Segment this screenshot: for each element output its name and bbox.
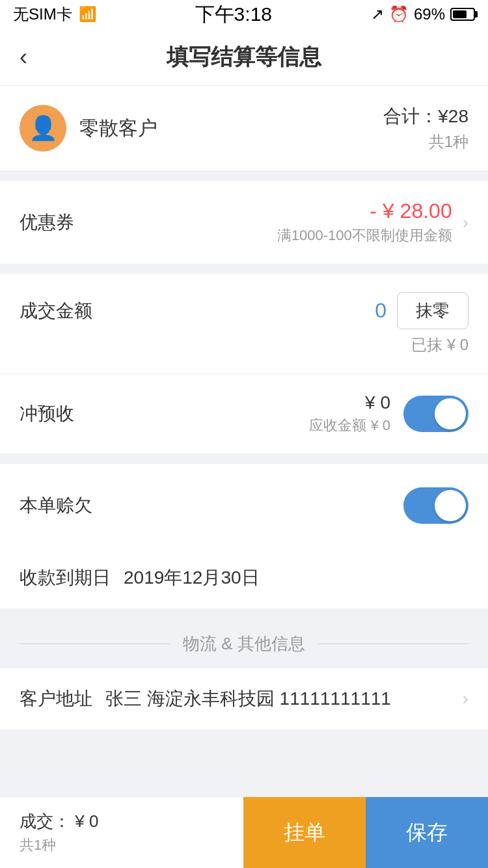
address-value: 张三 海淀永丰科技园 11111111111 (105, 686, 463, 711)
transaction-top: 成交金额 0 抹零 (20, 292, 468, 329)
avatar: 👤 (20, 105, 66, 152)
customer-left: 👤 零散客户 (20, 105, 157, 152)
total-count: 共1种 (383, 131, 468, 152)
transaction-label: 成交金额 (20, 299, 92, 323)
bottom-deal-row: 成交： ¥ 0 (20, 810, 224, 833)
bottom-bar: 成交： ¥ 0 共1种 挂单 保存 (0, 796, 488, 868)
debt-row: 本单赊欠 (0, 464, 488, 547)
nav-bar: ‹ 填写结算等信息 (0, 29, 488, 86)
toggle-knob (435, 398, 466, 429)
chevron-right-icon: › (463, 212, 468, 233)
logistics-header: 物流 & 其他信息 (0, 619, 488, 668)
prepay-row: 冲预收 ¥ 0 应收金额 ¥ 0 (0, 374, 488, 454)
status-time: 下午3:18 (195, 1, 272, 28)
coupon-row[interactable]: 优惠券 - ¥ 28.00 满1000-100不限制使用金额 › (0, 181, 488, 264)
total-amount: 合计：¥28 (383, 104, 468, 129)
save-button[interactable]: 保存 (366, 797, 488, 869)
amount-input-area: 0 抹零 (360, 292, 468, 329)
debt-toggle[interactable] (403, 487, 468, 524)
battery-icon (450, 8, 475, 21)
transaction-bottom: 已抹 ¥ 0 (20, 334, 468, 355)
coupon-value-area: - ¥ 28.00 满1000-100不限制使用金额 (277, 199, 452, 245)
status-right: ↗ ⏰ 69% (371, 5, 475, 23)
discount-desc: 满1000-100不限制使用金额 (277, 226, 452, 245)
prepay-toggle[interactable] (403, 396, 468, 432)
coupon-label: 优惠券 (20, 210, 74, 235)
prepay-amount: ¥ 0 (309, 392, 390, 413)
coupon-card: 优惠券 - ¥ 28.00 满1000-100不限制使用金额 › (0, 181, 488, 264)
address-card: 客户地址 张三 海淀永丰科技园 11111111111 › (0, 668, 488, 729)
status-bar: 无SIM卡 📶 下午3:18 ↗ ⏰ 69% (0, 0, 488, 29)
debt-card: 本单赊欠 收款到期日 2019年12月30日 (0, 464, 488, 609)
bottom-summary: 成交： ¥ 0 共1种 (0, 810, 243, 855)
hold-button[interactable]: 挂单 (243, 797, 366, 869)
address-chevron-icon: › (463, 688, 468, 709)
bottom-count: 共1种 (20, 835, 224, 855)
logistics-label: 物流 & 其他信息 (183, 632, 305, 655)
alarm-icon: ⏰ (389, 5, 409, 23)
logistics-line-right (318, 644, 468, 644)
prepay-label: 冲预收 (20, 401, 74, 426)
due-date-label: 收款到期日 (20, 565, 111, 590)
wifi-icon: 📶 (79, 6, 96, 23)
prepay-value-area: ¥ 0 应收金额 ¥ 0 (309, 392, 390, 435)
logistics-line-left (20, 644, 170, 644)
customer-right: 合计：¥28 共1种 (383, 104, 468, 152)
customer-row: 👤 零散客户 合计：¥28 共1种 (0, 86, 488, 170)
location-icon: ↗ (371, 5, 384, 23)
debt-label: 本单赊欠 (20, 493, 92, 518)
back-button[interactable]: ‹ (20, 44, 27, 71)
carrier-text: 无SIM卡 (13, 4, 72, 25)
address-label: 客户地址 (20, 686, 92, 711)
coupon-right: - ¥ 28.00 满1000-100不限制使用金额 › (277, 199, 468, 245)
bottom-deal-amount: ¥ 0 (75, 811, 98, 831)
status-left: 无SIM卡 📶 (13, 4, 96, 25)
transaction-card: 成交金额 0 抹零 已抹 ¥ 0 冲预收 ¥ 0 应收金额 ¥ 0 (0, 274, 488, 454)
transaction-row: 成交金额 0 抹零 已抹 ¥ 0 (0, 274, 488, 374)
page-title: 填写结算等信息 (167, 42, 321, 72)
round-button[interactable]: 抹零 (397, 292, 468, 329)
customer-name: 零散客户 (79, 115, 157, 142)
prepay-receivable: 应收金额 ¥ 0 (309, 416, 390, 435)
due-date-value: 2019年12月30日 (124, 565, 260, 590)
due-date-row[interactable]: 收款到期日 2019年12月30日 (0, 547, 488, 609)
discount-amount: - ¥ 28.00 (277, 199, 452, 223)
address-row[interactable]: 客户地址 张三 海淀永丰科技园 11111111111 › (0, 668, 488, 729)
battery-percent: 69% (414, 5, 445, 23)
transaction-amount-value[interactable]: 0 (360, 299, 386, 323)
debt-toggle-knob (435, 490, 466, 521)
content-area: 👤 零散客户 合计：¥28 共1种 优惠券 - ¥ 28.00 满1000-10… (0, 86, 488, 818)
bottom-deal-label: 成交： (20, 811, 70, 831)
prepay-right: ¥ 0 应收金额 ¥ 0 (309, 392, 468, 435)
